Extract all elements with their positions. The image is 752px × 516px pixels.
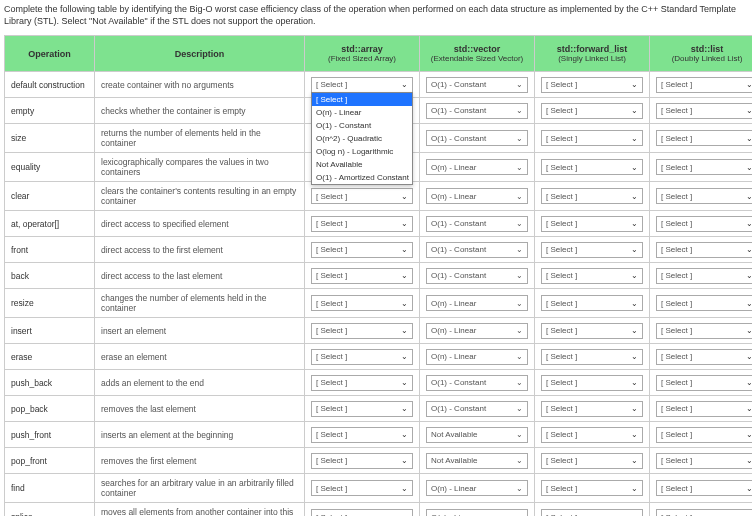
select-value: [ Select ] xyxy=(546,326,577,335)
select-value: O(n) - Linear xyxy=(431,299,476,308)
forward-list-select[interactable]: [ Select ]⌄ xyxy=(541,453,643,469)
forward-list-select[interactable]: [ Select ]⌄ xyxy=(541,130,643,146)
forward-list-select[interactable]: [ Select ]⌄ xyxy=(541,401,643,417)
array-select[interactable]: [ Select ]⌄[ Select ]O(n) - LinearO(1) -… xyxy=(311,77,413,93)
vector-select[interactable]: O(1) - Constant⌄ xyxy=(426,375,528,391)
vector-select[interactable]: O(1) - Constant⌄ xyxy=(426,216,528,232)
list-select[interactable]: [ Select ]⌄ xyxy=(656,268,752,284)
vector-select[interactable]: O(1) - Constant⌄ xyxy=(426,130,528,146)
forward-list-select[interactable]: [ Select ]⌄ xyxy=(541,103,643,119)
array-select[interactable]: [ Select ]⌄ xyxy=(311,295,413,311)
cell-list: [ Select ]⌄ xyxy=(650,503,753,516)
vector-select[interactable]: O(n) - Linear⌄ xyxy=(426,323,528,339)
list-select[interactable]: [ Select ]⌄ xyxy=(656,323,752,339)
complexity-table: Operation Description std::array(Fixed S… xyxy=(4,35,752,516)
list-select[interactable]: [ Select ]⌄ xyxy=(656,242,752,258)
cell-operation: size xyxy=(5,124,95,153)
vector-select[interactable]: O(n) - Linear⌄ xyxy=(426,295,528,311)
list-select[interactable]: [ Select ]⌄ xyxy=(656,103,752,119)
list-select[interactable]: [ Select ]⌄ xyxy=(656,427,752,443)
list-select[interactable]: [ Select ]⌄ xyxy=(656,77,752,93)
list-select[interactable]: [ Select ]⌄ xyxy=(656,130,752,146)
select-value: [ Select ] xyxy=(316,484,347,493)
dropdown-option[interactable]: O(1) - Constant xyxy=(312,119,412,132)
cell-forward-list: [ Select ]⌄ xyxy=(535,237,650,263)
forward-list-select[interactable]: [ Select ]⌄ xyxy=(541,509,643,516)
list-select[interactable]: [ Select ]⌄ xyxy=(656,349,752,365)
vector-select[interactable]: Not Available⌄ xyxy=(426,427,528,443)
array-select[interactable]: [ Select ]⌄ xyxy=(311,453,413,469)
forward-list-select[interactable]: [ Select ]⌄ xyxy=(541,427,643,443)
list-select[interactable]: [ Select ]⌄ xyxy=(656,401,752,417)
vector-select[interactable]: O(n) - Linear⌄ xyxy=(426,480,528,496)
vector-select[interactable]: O(n) - Linear⌄ xyxy=(426,188,528,204)
forward-list-select[interactable]: [ Select ]⌄ xyxy=(541,77,643,93)
array-select[interactable]: [ Select ]⌄ xyxy=(311,216,413,232)
forward-list-select[interactable]: [ Select ]⌄ xyxy=(541,242,643,258)
list-select[interactable]: [ Select ]⌄ xyxy=(656,375,752,391)
list-select[interactable]: [ Select ]⌄ xyxy=(656,216,752,232)
dropdown-option[interactable]: O(log n) - Logarithmic xyxy=(312,145,412,158)
array-select[interactable]: [ Select ]⌄ xyxy=(311,480,413,496)
cell-forward-list: [ Select ]⌄ xyxy=(535,474,650,503)
dropdown-option[interactable]: O(n^2) - Quadratic xyxy=(312,132,412,145)
forward-list-select[interactable]: [ Select ]⌄ xyxy=(541,295,643,311)
cell-vector: O(1) - Constant⌄ xyxy=(420,98,535,124)
forward-list-select[interactable]: [ Select ]⌄ xyxy=(541,216,643,232)
array-select[interactable]: [ Select ]⌄ xyxy=(311,509,413,516)
header-list: std::list(Doubly Linked List) xyxy=(650,36,753,72)
vector-select[interactable]: Not Available⌄ xyxy=(426,453,528,469)
forward-list-select[interactable]: [ Select ]⌄ xyxy=(541,480,643,496)
vector-select[interactable]: O(1) - Constant⌄ xyxy=(426,401,528,417)
select-value: [ Select ] xyxy=(546,219,577,228)
cell-vector: O(1) - Constant⌄ xyxy=(420,211,535,237)
vector-select[interactable]: O(n) - Linear⌄ xyxy=(426,159,528,175)
array-select[interactable]: [ Select ]⌄ xyxy=(311,323,413,339)
chevron-down-icon: ⌄ xyxy=(746,80,752,89)
forward-list-select[interactable]: [ Select ]⌄ xyxy=(541,159,643,175)
vector-select[interactable]: O(n) - Linear⌄ xyxy=(426,349,528,365)
dropdown-option[interactable]: [ Select ] xyxy=(312,93,412,106)
chevron-down-icon: ⌄ xyxy=(746,271,752,280)
cell-list: [ Select ]⌄ xyxy=(650,448,753,474)
array-select[interactable]: [ Select ]⌄ xyxy=(311,349,413,365)
cell-vector: O(1) - Constant⌄ xyxy=(420,72,535,98)
forward-list-select[interactable]: [ Select ]⌄ xyxy=(541,349,643,365)
chevron-down-icon: ⌄ xyxy=(746,456,752,465)
list-select[interactable]: [ Select ]⌄ xyxy=(656,509,752,516)
cell-operation: pop_back xyxy=(5,396,95,422)
array-select[interactable]: [ Select ]⌄ xyxy=(311,401,413,417)
array-select[interactable]: [ Select ]⌄ xyxy=(311,188,413,204)
vector-select[interactable]: O(n) - Linear⌄ xyxy=(426,509,528,516)
array-select[interactable]: [ Select ]⌄ xyxy=(311,375,413,391)
cell-description: searches for an arbitrary value in an ar… xyxy=(95,474,305,503)
list-select[interactable]: [ Select ]⌄ xyxy=(656,188,752,204)
forward-list-select[interactable]: [ Select ]⌄ xyxy=(541,268,643,284)
array-select[interactable]: [ Select ]⌄ xyxy=(311,427,413,443)
array-select[interactable]: [ Select ]⌄ xyxy=(311,268,413,284)
dropdown-option[interactable]: O(n) - Linear xyxy=(312,106,412,119)
list-select[interactable]: [ Select ]⌄ xyxy=(656,159,752,175)
select-value: [ Select ] xyxy=(546,106,577,115)
list-select[interactable]: [ Select ]⌄ xyxy=(656,480,752,496)
select-value: [ Select ] xyxy=(546,378,577,387)
cell-vector: O(n) - Linear⌄ xyxy=(420,289,535,318)
forward-list-select[interactable]: [ Select ]⌄ xyxy=(541,375,643,391)
dropdown-option[interactable]: Not Available xyxy=(312,158,412,171)
cell-list: [ Select ]⌄ xyxy=(650,182,753,211)
array-select[interactable]: [ Select ]⌄ xyxy=(311,242,413,258)
chevron-down-icon: ⌄ xyxy=(746,352,752,361)
list-select[interactable]: [ Select ]⌄ xyxy=(656,295,752,311)
vector-select[interactable]: O(1) - Constant⌄ xyxy=(426,77,528,93)
vector-select[interactable]: O(1) - Constant⌄ xyxy=(426,268,528,284)
cell-description: direct access to the first element xyxy=(95,237,305,263)
cell-array: [ Select ]⌄ xyxy=(305,289,420,318)
dropdown-option[interactable]: O(1) - Amortized Constant xyxy=(312,171,412,184)
forward-list-select[interactable]: [ Select ]⌄ xyxy=(541,188,643,204)
vector-select[interactable]: O(1) - Constant⌄ xyxy=(426,103,528,119)
list-select[interactable]: [ Select ]⌄ xyxy=(656,453,752,469)
forward-list-select[interactable]: [ Select ]⌄ xyxy=(541,323,643,339)
vector-select[interactable]: O(1) - Constant⌄ xyxy=(426,242,528,258)
select-value: [ Select ] xyxy=(546,484,577,493)
cell-operation: find xyxy=(5,474,95,503)
